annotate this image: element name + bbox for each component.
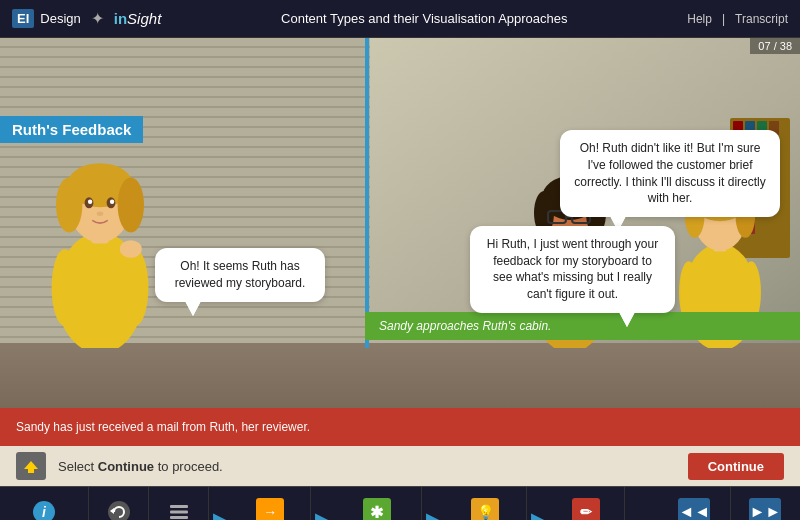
toolbar-learn-about[interactable]: ✱ LEARN ABOUT bbox=[333, 487, 423, 520]
toolbar-menu[interactable]: MENU bbox=[149, 487, 209, 520]
logo-insight: inSight bbox=[114, 10, 162, 27]
know-more-icon: 💡 bbox=[471, 498, 499, 520]
sandy-left-svg bbox=[20, 128, 180, 348]
bubble-tail-right bbox=[619, 312, 635, 327]
page-number: 07 / 38 bbox=[750, 38, 800, 54]
svg-rect-38 bbox=[170, 511, 188, 514]
test-zone-icon: ✏ bbox=[572, 498, 600, 520]
notification-text: Sandy has just received a mail from Ruth… bbox=[16, 420, 310, 434]
ruths-feedback-label: Ruth's Feedback bbox=[0, 116, 143, 143]
replay-icon bbox=[105, 498, 133, 520]
bubble-top-right-text: Oh! Ruth didn't like it! But I'm sure I'… bbox=[574, 141, 765, 205]
green-banner: Sandy approaches Ruth's cabin. bbox=[365, 312, 800, 340]
logo-ei: EI bbox=[12, 9, 34, 28]
scene: Ruth's Feedback bbox=[0, 38, 800, 408]
bubble-tail-left bbox=[185, 301, 201, 316]
svg-point-10 bbox=[97, 212, 104, 216]
continue-bar: Select Continue to proceed. Continue bbox=[0, 446, 800, 486]
toolbar-arrow-3: ▶ bbox=[422, 487, 444, 520]
toolbar: i COURSE INFO REPLAY MENU ▶ bbox=[0, 486, 800, 520]
bubble-bottom-left-text: Oh! It seems Ruth has reviewed my storyb… bbox=[175, 259, 306, 290]
header: EI Design ✦ inSight Content Types and th… bbox=[0, 0, 800, 38]
bubble-bottom-right: Hi Ruth, I just went through your feedba… bbox=[470, 226, 675, 313]
svg-point-5 bbox=[118, 178, 144, 233]
toolbar-arrow-1: ▶ bbox=[209, 487, 231, 520]
svg-point-4 bbox=[56, 178, 82, 233]
info-icon: i bbox=[30, 498, 58, 520]
continue-instruction: Select Continue to proceed. bbox=[58, 459, 676, 474]
green-banner-text: Sandy approaches Ruth's cabin. bbox=[379, 319, 551, 333]
floor bbox=[0, 343, 800, 408]
toolbar-previous[interactable]: ◄◄ PREVIOUS bbox=[659, 487, 731, 520]
toolbar-begin-with[interactable]: → BEGIN WITH bbox=[231, 487, 311, 520]
hand-icon bbox=[22, 459, 40, 473]
continue-button[interactable]: Continue bbox=[688, 453, 784, 480]
continue-icon bbox=[16, 452, 46, 480]
menu-icon bbox=[165, 498, 193, 520]
bubble-bottom-right-text: Hi Ruth, I just went through your feedba… bbox=[487, 237, 658, 301]
logo-separator: ✦ bbox=[91, 9, 104, 28]
toolbar-know-more[interactable]: 💡 KNOW MORE bbox=[444, 487, 527, 520]
sandy-character-left bbox=[20, 128, 180, 348]
learn-about-icon: ✱ bbox=[363, 498, 391, 520]
help-link[interactable]: Help bbox=[687, 12, 712, 26]
bubble-bottom-left: Oh! It seems Ruth has reviewed my storyb… bbox=[155, 248, 325, 302]
begin-with-icon: → bbox=[256, 498, 284, 520]
toolbar-forward[interactable]: ►► FORWARD bbox=[731, 487, 801, 520]
scene-divider bbox=[365, 38, 369, 348]
previous-icon: ◄◄ bbox=[680, 498, 708, 520]
logo-area: EI Design ✦ inSight bbox=[12, 9, 161, 28]
svg-rect-37 bbox=[170, 505, 188, 508]
course-title: Content Types and their Visualisation Ap… bbox=[161, 11, 687, 26]
forward-icon: ►► bbox=[751, 498, 779, 520]
bubble-top-right: Oh! Ruth didn't like it! But I'm sure I'… bbox=[560, 130, 780, 217]
toolbar-test-zone[interactable]: ✏ TEST ZONE bbox=[549, 487, 625, 520]
notification-bar: Sandy has just received a mail from Ruth… bbox=[0, 408, 800, 446]
header-pipe: | bbox=[722, 12, 725, 26]
svg-point-12 bbox=[122, 249, 148, 326]
toolbar-arrow-2: ▶ bbox=[311, 487, 333, 520]
header-right: Help | Transcript bbox=[687, 12, 788, 26]
toolbar-spacer bbox=[625, 487, 659, 520]
svg-point-8 bbox=[88, 200, 92, 204]
svg-rect-39 bbox=[170, 516, 188, 519]
toolbar-replay[interactable]: REPLAY bbox=[89, 487, 149, 520]
svg-point-13 bbox=[120, 240, 142, 258]
svg-point-9 bbox=[110, 200, 114, 204]
logo-design: Design bbox=[40, 11, 80, 26]
transcript-link[interactable]: Transcript bbox=[735, 12, 788, 26]
svg-point-11 bbox=[52, 249, 78, 326]
toolbar-course-info[interactable]: i COURSE INFO bbox=[0, 487, 89, 520]
toolbar-arrow-4: ▶ bbox=[527, 487, 549, 520]
